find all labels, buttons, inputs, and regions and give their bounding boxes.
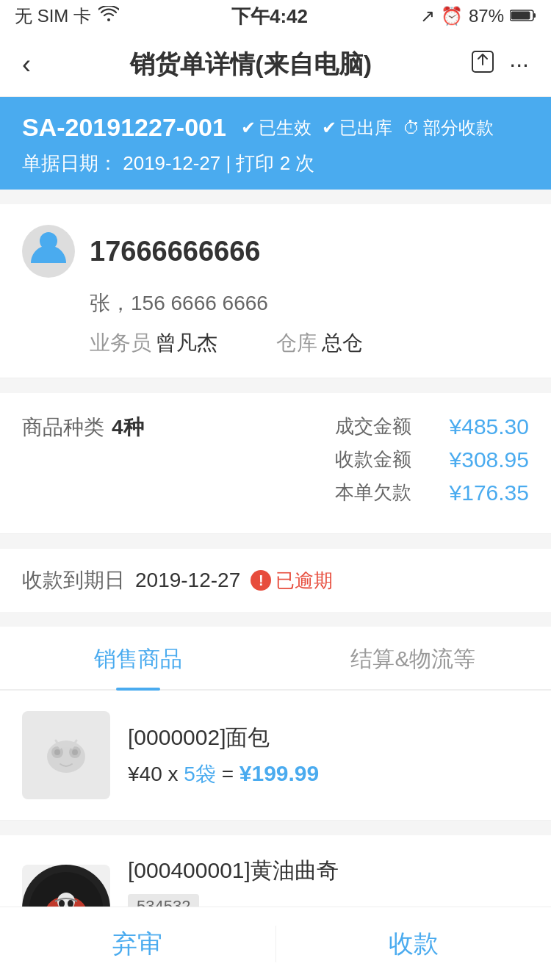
receipt-amount-row: 收款金额 ¥308.95 bbox=[276, 447, 529, 472]
salesperson-value: 曾凡杰 bbox=[156, 329, 217, 357]
page-title: 销货单详情(来自电脑) bbox=[130, 48, 372, 82]
product-item: [0000002]面包 ¥40 x 5袋 = ¥199.99 bbox=[0, 691, 551, 821]
customer-top: 17666666666 bbox=[22, 225, 529, 278]
customer-name: 张，156 6666 6666 bbox=[22, 289, 529, 317]
deal-amount-row: 成交金额 ¥485.30 bbox=[276, 414, 529, 439]
banner-top: SA-20191227-001 ✔ 已生效 ✔ 已出库 ⏱ 部分收款 bbox=[22, 113, 529, 142]
status-carrier: 无 SIM 卡 bbox=[15, 4, 119, 28]
warehouse-value: 总仓 bbox=[322, 329, 363, 357]
tab-settlement[interactable]: 结算&物流等 bbox=[276, 627, 551, 689]
more-button[interactable]: ··· bbox=[509, 51, 529, 78]
back-button[interactable]: ‹ bbox=[22, 49, 31, 80]
tab-settlement-label: 结算&物流等 bbox=[350, 646, 475, 671]
customer-section: 17666666666 张，156 6666 6666 业务员 曾凡杰 仓库 总… bbox=[0, 204, 551, 378]
status-bar: 无 SIM 卡 下午4:42 ↗ ⏰ 87% bbox=[0, 0, 551, 32]
avatar bbox=[22, 225, 75, 278]
status-tags: ✔ 已生效 ✔ 已出库 ⏱ 部分收款 bbox=[241, 116, 494, 140]
deal-amount-value: ¥485.30 bbox=[426, 414, 529, 439]
nav-actions: ··· bbox=[471, 50, 529, 79]
status-partial: ⏱ 部分收款 bbox=[403, 116, 494, 140]
product-spacer bbox=[0, 821, 551, 835]
order-id: SA-20191227-001 bbox=[22, 113, 226, 142]
status-time: 下午4:42 bbox=[231, 4, 308, 29]
share-button[interactable] bbox=[471, 50, 494, 79]
product-name-2: [000400001]黄油曲奇 bbox=[128, 856, 529, 886]
banner-date: 单据日期： 2019-12-27 | 打印 2 次 bbox=[22, 151, 529, 176]
summary-section: 商品种类 4种 成交金额 ¥485.30 收款金额 ¥308.95 本单欠款 ¥… bbox=[0, 393, 551, 534]
type-row: 商品种类 4种 bbox=[22, 414, 276, 442]
overdue-icon: ! bbox=[251, 570, 271, 591]
receipt-amount-label: 收款金额 bbox=[335, 447, 411, 472]
customer-id: 17666666666 bbox=[90, 236, 260, 267]
clock-icon: ⏱ bbox=[403, 118, 420, 138]
svg-point-8 bbox=[54, 749, 60, 755]
receipt-amount-value: ¥308.95 bbox=[426, 447, 529, 472]
product-thumb-1 bbox=[22, 711, 110, 799]
confirm-button[interactable]: 收款 bbox=[276, 927, 552, 961]
tab-sales-label: 销售商品 bbox=[94, 646, 182, 671]
tab-section: 销售商品 结算&物流等 bbox=[0, 627, 551, 691]
battery-text: 87% bbox=[469, 6, 504, 26]
check-icon-2: ✔ bbox=[322, 118, 336, 138]
product-name-1: [0000002]面包 bbox=[128, 723, 529, 753]
svg-point-5 bbox=[47, 741, 85, 773]
warehouse-label: 仓库 bbox=[276, 329, 317, 357]
product-info-1: [0000002]面包 ¥40 x 5袋 = ¥199.99 bbox=[128, 723, 529, 788]
debt-amount-row: 本单欠款 ¥176.35 bbox=[276, 480, 529, 505]
svg-rect-1 bbox=[533, 13, 536, 18]
svg-point-9 bbox=[72, 749, 78, 755]
alarm-icon: ⏰ bbox=[441, 6, 463, 26]
debt-amount-label: 本单欠款 bbox=[335, 480, 411, 505]
summary-right: 成交金额 ¥485.30 收款金额 ¥308.95 本单欠款 ¥176.35 bbox=[276, 414, 529, 513]
avatar-icon bbox=[26, 225, 71, 278]
svg-rect-2 bbox=[511, 12, 530, 20]
product-price-1: ¥40 x 5袋 = ¥199.99 bbox=[128, 760, 529, 788]
salesperson-label: 业务员 bbox=[90, 329, 151, 357]
type-count: 4种 bbox=[112, 414, 144, 442]
status-shipped: ✔ 已出库 bbox=[322, 116, 392, 140]
status-right: ↗ ⏰ 87% bbox=[420, 6, 536, 26]
deal-amount-label: 成交金额 bbox=[335, 414, 411, 439]
summary-left: 商品种类 4种 bbox=[22, 414, 276, 446]
battery-icon bbox=[510, 6, 536, 26]
type-label: 商品种类 bbox=[22, 414, 104, 442]
check-icon-1: ✔ bbox=[241, 118, 256, 138]
bottom-bar: 弃审 收款 bbox=[0, 907, 551, 980]
due-label: 收款到期日 bbox=[22, 566, 125, 594]
due-section: 收款到期日 2019-12-27 ! 已逾期 bbox=[0, 549, 551, 612]
customer-meta: 业务员 曾凡杰 仓库 总仓 bbox=[22, 329, 529, 357]
debt-amount-value: ¥176.35 bbox=[426, 480, 529, 505]
overdue-text: 已逾期 bbox=[276, 568, 333, 594]
status-effective: ✔ 已生效 bbox=[241, 116, 311, 140]
header-banner: SA-20191227-001 ✔ 已生效 ✔ 已出库 ⏱ 部分收款 单据日期：… bbox=[0, 97, 551, 190]
wifi-icon bbox=[98, 6, 119, 26]
owl-placeholder-1 bbox=[22, 711, 110, 799]
tab-sales-products[interactable]: 销售商品 bbox=[0, 627, 276, 689]
overdue-badge: ! 已逾期 bbox=[251, 568, 333, 594]
cancel-button[interactable]: 弃审 bbox=[0, 927, 276, 961]
due-date: 2019-12-27 bbox=[135, 569, 240, 592]
nav-bar: ‹ 销货单详情(来自电脑) ··· bbox=[0, 32, 551, 97]
carrier-text: 无 SIM 卡 bbox=[15, 4, 91, 28]
location-icon: ↗ bbox=[420, 6, 435, 26]
